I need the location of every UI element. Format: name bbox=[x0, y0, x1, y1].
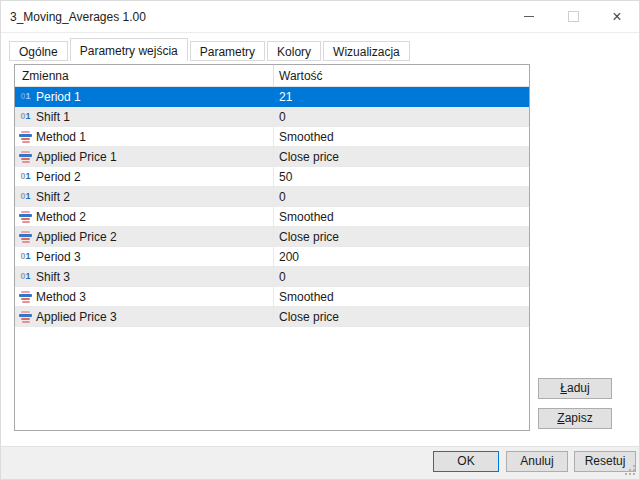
table-row-period-3[interactable]: 01Period 3200 bbox=[15, 247, 529, 267]
numeric-input-icon: 01 bbox=[19, 267, 32, 286]
variable-name: Applied Price 1 bbox=[32, 150, 117, 164]
variable-cell: Method 3 bbox=[15, 287, 273, 306]
anuluj-button[interactable]: Anuluj bbox=[506, 451, 568, 472]
table-body: 01Period 12101Shift 10Method 1SmoothedAp… bbox=[15, 87, 529, 327]
tab-bar: OgólneParametry wejściaParametryKoloryWi… bbox=[9, 38, 412, 61]
enum-input-icon bbox=[19, 131, 32, 143]
numeric-input-icon: 01 bbox=[19, 87, 32, 106]
column-header-value[interactable]: Wartość bbox=[273, 65, 529, 86]
tab-parametry[interactable]: Parametry bbox=[190, 41, 265, 61]
titlebar: 3_Moving_Averages 1.00 × bbox=[1, 1, 639, 33]
ok-button[interactable]: OK bbox=[433, 451, 499, 472]
table-row-method-2[interactable]: Method 2Smoothed bbox=[15, 207, 529, 227]
window-controls: × bbox=[507, 1, 639, 32]
table-row-method-1[interactable]: Method 1Smoothed bbox=[15, 127, 529, 147]
table-row-method-3[interactable]: Method 3Smoothed bbox=[15, 287, 529, 307]
table-header: Zmienna Wartość bbox=[15, 65, 529, 87]
enum-input-icon bbox=[19, 151, 32, 163]
variable-name: Shift 2 bbox=[32, 190, 70, 204]
variable-name: Period 1 bbox=[32, 90, 81, 104]
variable-name: Shift 1 bbox=[32, 110, 70, 124]
variable-value[interactable]: 21 bbox=[273, 87, 529, 106]
variable-value[interactable]: 200 bbox=[273, 247, 529, 266]
enum-input-icon bbox=[19, 231, 32, 243]
footer: OKAnulujResetuj bbox=[1, 446, 639, 479]
variable-cell: Method 1 bbox=[15, 127, 273, 146]
variable-value[interactable]: 0 bbox=[273, 267, 529, 286]
variable-value[interactable]: Smoothed bbox=[273, 127, 529, 146]
variable-value[interactable]: Close price bbox=[273, 307, 529, 326]
variable-name: Method 2 bbox=[32, 210, 86, 224]
variable-name: Period 2 bbox=[32, 170, 81, 184]
dialog-window: 3_Moving_Averages 1.00 × OgólneParametry… bbox=[0, 0, 640, 480]
variable-cell: 01Period 1 bbox=[15, 87, 273, 106]
numeric-input-icon: 01 bbox=[19, 107, 32, 126]
variable-value[interactable]: Smoothed bbox=[273, 287, 529, 306]
table-row-applied-price-3[interactable]: Applied Price 3Close price bbox=[15, 307, 529, 327]
variable-cell: 01Shift 3 bbox=[15, 267, 273, 286]
table-row-period-2[interactable]: 01Period 250 bbox=[15, 167, 529, 187]
enum-input-icon bbox=[19, 291, 32, 303]
variable-value[interactable]: Smoothed bbox=[273, 207, 529, 226]
variable-name: Method 1 bbox=[32, 130, 86, 144]
tab-ogolne[interactable]: Ogólne bbox=[9, 41, 68, 61]
column-header-variable[interactable]: Zmienna bbox=[15, 65, 273, 86]
variable-value[interactable]: Close price bbox=[273, 227, 529, 246]
variable-cell: Applied Price 1 bbox=[15, 147, 273, 166]
variable-name: Applied Price 3 bbox=[32, 310, 117, 324]
table-row-shift-1[interactable]: 01Shift 10 bbox=[15, 107, 529, 127]
enum-input-icon bbox=[19, 311, 32, 323]
table-row-shift-3[interactable]: 01Shift 30 bbox=[15, 267, 529, 287]
variable-cell: 01Shift 2 bbox=[15, 187, 273, 206]
maximize-icon bbox=[568, 11, 579, 22]
tab-kolory[interactable]: Kolory bbox=[267, 41, 321, 61]
enum-input-icon bbox=[19, 211, 32, 223]
parameters-table: Zmienna Wartość 01Period 12101Shift 10Me… bbox=[14, 64, 530, 431]
variable-value[interactable]: 0 bbox=[273, 107, 529, 126]
laduj-button[interactable]: Ładuj bbox=[538, 378, 612, 399]
variable-value[interactable]: Close price bbox=[273, 147, 529, 166]
tab-parametry-wejscia[interactable]: Parametry wejścia bbox=[70, 38, 188, 61]
resize-grip[interactable] bbox=[625, 465, 636, 476]
window-title: 3_Moving_Averages 1.00 bbox=[1, 10, 146, 24]
variable-cell: Applied Price 2 bbox=[15, 227, 273, 246]
minimize-button[interactable] bbox=[507, 1, 551, 32]
table-row-applied-price-1[interactable]: Applied Price 1Close price bbox=[15, 147, 529, 167]
variable-name: Period 3 bbox=[32, 250, 81, 264]
close-button[interactable]: × bbox=[595, 1, 639, 32]
numeric-input-icon: 01 bbox=[19, 187, 32, 206]
zapisz-button[interactable]: Zapisz bbox=[538, 408, 612, 429]
table-row-shift-2[interactable]: 01Shift 20 bbox=[15, 187, 529, 207]
table-row-applied-price-2[interactable]: Applied Price 2Close price bbox=[15, 227, 529, 247]
variable-cell: 01Shift 1 bbox=[15, 107, 273, 126]
numeric-input-icon: 01 bbox=[19, 167, 32, 186]
minimize-icon bbox=[524, 16, 534, 17]
variable-cell: 01Period 2 bbox=[15, 167, 273, 186]
variable-value[interactable]: 50 bbox=[273, 167, 529, 186]
table-row-period-1[interactable]: 01Period 121 bbox=[15, 87, 529, 107]
variable-value[interactable]: 0 bbox=[273, 187, 529, 206]
numeric-input-icon: 01 bbox=[19, 247, 32, 266]
maximize-button[interactable] bbox=[551, 1, 595, 32]
close-icon: × bbox=[612, 9, 621, 25]
variable-cell: Applied Price 3 bbox=[15, 307, 273, 326]
tab-wizualizacja[interactable]: Wizualizacja bbox=[323, 41, 410, 61]
variable-name: Applied Price 2 bbox=[32, 230, 117, 244]
variable-name: Method 3 bbox=[32, 290, 86, 304]
variable-cell: 01Period 3 bbox=[15, 247, 273, 266]
variable-cell: Method 2 bbox=[15, 207, 273, 226]
variable-name: Shift 3 bbox=[32, 270, 70, 284]
